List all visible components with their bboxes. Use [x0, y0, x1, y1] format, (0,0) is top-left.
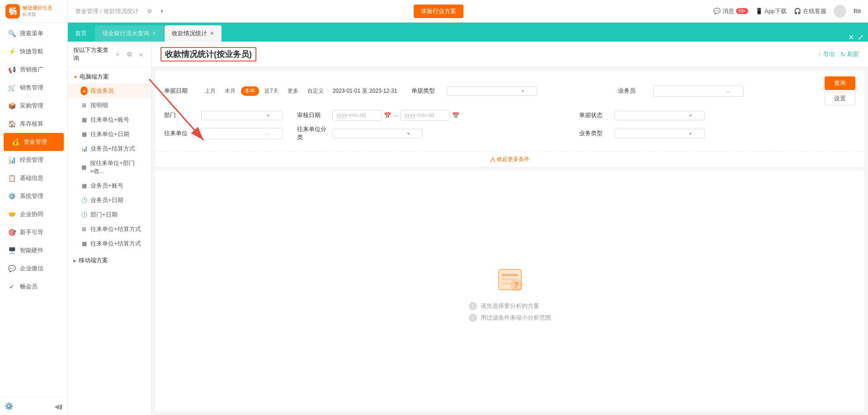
sidebar-item-purchase[interactable]: 📦 采购管理: [0, 97, 67, 115]
tree-item-partner-settle1[interactable]: ⊞ 往来单位+结算方式: [68, 222, 151, 236]
sidebar-item-enterprise[interactable]: 🤝 企业协同: [0, 205, 67, 223]
dept-select[interactable]: ▾: [201, 111, 283, 120]
sidebar-item-label: 库存核算: [20, 120, 43, 128]
review-date-to-input[interactable]: yyyy-mm-dd: [401, 110, 450, 121]
biz-type-select[interactable]: ▾: [614, 129, 705, 138]
tab-close-all-icon[interactable]: ✕: [848, 33, 854, 42]
svg-rect-1: [502, 274, 518, 276]
empty-state: ? 1 请先选择要分析的方案 2 用过滤条件来缩小分析范围: [469, 260, 551, 322]
guide-icon: 🎯: [7, 228, 16, 237]
empty-state-icon: ?: [492, 260, 528, 297]
partner-select[interactable]: ···: [201, 128, 283, 139]
tree-item-salesperson-settle[interactable]: 📊 业务员+结算方式: [68, 141, 151, 156]
sidebar-item-inventory[interactable]: 🏠 库存核算: [0, 115, 67, 133]
doc-type-select[interactable]: ▾: [447, 86, 537, 96]
dept-collect-icon: ▦: [80, 164, 87, 171]
partner-settle1-icon: ⊞: [80, 226, 88, 233]
mobile-section[interactable]: ▶ 移动端方案: [68, 254, 151, 267]
tree-item-salesperson-account[interactable]: ▦ 业务员+账号: [68, 179, 151, 193]
date-shortcut-this-year[interactable]: 本年: [241, 86, 259, 96]
cal-to-icon[interactable]: 📅: [452, 112, 459, 119]
tree-item-salesperson-date[interactable]: 🕐 业务员+日期: [68, 193, 151, 208]
tree-item-partner-dept-collect[interactable]: ▦ 按往来单位+部门+收...: [68, 156, 151, 179]
trial-button[interactable]: 体验行业方案: [414, 5, 463, 18]
partner-category-select[interactable]: ▾: [332, 129, 423, 138]
left-panel: 按以下方案查询 + ⚙ « ▼ 电脑端方案 ● 按业务员: [68, 42, 151, 415]
tab-collection-stats-label: 收款情况统计: [172, 29, 207, 38]
review-date-label: 审核日期: [297, 111, 329, 119]
salesperson-select[interactable]: ···: [653, 85, 744, 97]
sidebar-item-system[interactable]: ⚙️ 系统管理: [0, 187, 67, 205]
tab-bank-flow-close-icon[interactable]: ✕: [152, 30, 156, 37]
sidebar-collapse-icon[interactable]: ◀▮: [54, 403, 63, 410]
sidebar-item-capital[interactable]: 💰 资金管理: [4, 133, 64, 151]
sidebar-settings-icon[interactable]: ⚙️: [5, 402, 14, 410]
header-dropdown-icon[interactable]: ▾: [160, 8, 164, 14]
sidebar-item-label: 资金管理: [24, 138, 47, 146]
date-shortcut-last-month[interactable]: 上月: [201, 86, 219, 96]
tree-item-partner-account[interactable]: ▦ 往来单位+账号: [68, 113, 151, 127]
set-button[interactable]: 设置: [825, 92, 855, 105]
date-shortcut-more[interactable]: 更多: [284, 86, 302, 96]
sidebar-item-member[interactable]: ✓ 畅会员: [0, 278, 67, 296]
collapse-bar[interactable]: ⋀ 收起更多条件: [155, 151, 864, 167]
sidebar: 畅 畅捷通好生意 标准版 🔍 搜索菜单 ⚡ 快捷导航 📢 营销推广 🛒 销售管理…: [0, 0, 68, 415]
tree-item-by-detail[interactable]: ⊞ 按明细: [68, 98, 151, 113]
online-service-action[interactable]: 🎧 在线客服: [794, 7, 826, 15]
date-separator: —: [393, 112, 399, 119]
salesperson-date-icon: 🕐: [80, 197, 88, 204]
doc-type-label: 单据类型: [411, 87, 443, 95]
sidebar-item-basic-info[interactable]: 📋 基础信息: [0, 169, 67, 187]
header-settings-icon[interactable]: ⚙: [143, 5, 156, 18]
empty-tip-2: 2 用过滤条件来缩小分析范围: [469, 314, 551, 322]
date-shortcut-7days[interactable]: 近7天: [261, 86, 282, 96]
sidebar-item-wechat[interactable]: 💬 企业微信: [0, 259, 67, 278]
sidebar-item-guide[interactable]: 🎯 新手引导: [0, 223, 67, 241]
message-action[interactable]: 💬 消息 99+: [713, 7, 748, 15]
tree-item-dept-date[interactable]: 🕐 部门+日期: [68, 208, 151, 222]
tab-collection-stats-close-icon[interactable]: ✕: [210, 30, 214, 37]
date-shortcut-custom[interactable]: 自定义: [304, 86, 327, 96]
date-shortcut-this-month[interactable]: 本月: [221, 86, 239, 96]
tree-item-partner-settle2[interactable]: ▦ 往来单位+结算方式: [68, 236, 151, 251]
partner-more-icon[interactable]: ···: [264, 130, 269, 137]
tree-item-by-salesperson[interactable]: ● 按业务员: [68, 84, 151, 98]
review-date-from-input[interactable]: yyyy-mm-dd: [332, 110, 382, 121]
dept-label: 部门: [164, 111, 196, 119]
salesperson-more-icon[interactable]: ···: [726, 88, 731, 94]
dept-arrow-icon: ▾: [267, 113, 269, 118]
sidebar-item-quick-nav[interactable]: ⚡ 快捷导航: [0, 42, 67, 61]
tab-expand-icon[interactable]: ⤢: [858, 33, 863, 42]
biz-type-arrow-icon: ▾: [689, 131, 692, 136]
export-button[interactable]: ↑ 导出: [819, 50, 835, 58]
sidebar-item-marketing[interactable]: 📢 营销推广: [0, 61, 67, 79]
svg-text:?: ?: [514, 281, 518, 289]
sidebar-item-operation[interactable]: 📊 经营管理: [0, 151, 67, 169]
tree-item-partner-date[interactable]: ▦ 往来单位+日期: [68, 127, 151, 141]
tab-bank-flow[interactable]: 现金银行流水查询 ✕: [95, 25, 164, 42]
review-date-to-placeholder: yyyy-mm-dd: [405, 112, 434, 118]
tree-expand-icon: ▼: [73, 75, 78, 80]
refresh-button[interactable]: ↻ 刷新: [840, 50, 859, 58]
sidebar-item-search-menu[interactable]: 🔍 搜索菜单: [0, 24, 67, 42]
sidebar-item-smart-hw[interactable]: 🖥️ 智能硬件: [0, 241, 67, 259]
biz-type-label: 业务类型: [579, 129, 611, 137]
mobile-section-label: 移动端方案: [79, 256, 108, 264]
breadcrumb: 资金管理 / 收款情况统计: [75, 7, 139, 15]
add-scheme-button[interactable]: +: [113, 50, 122, 59]
scheme-settings-icon[interactable]: ⚙: [125, 50, 134, 59]
desktop-section-header[interactable]: ▼ 电脑端方案: [68, 70, 151, 84]
tab-collection-stats[interactable]: 收款情况统计 ✕: [165, 25, 222, 42]
doc-status-select[interactable]: ▾: [614, 111, 705, 120]
sidebar-item-label: 采购管理: [20, 102, 43, 110]
app-download-action[interactable]: 📱 App下载: [755, 7, 787, 15]
query-button[interactable]: 查询: [825, 76, 855, 90]
left-panel-header: 按以下方案查询 + ⚙ «: [68, 42, 151, 67]
sidebar-item-sales[interactable]: 🛒 销售管理: [0, 79, 67, 97]
user-avatar[interactable]: [834, 5, 846, 18]
refresh-label: 刷新: [847, 50, 859, 58]
tab-home[interactable]: 首页: [68, 25, 94, 42]
sidebar-item-label: 畅会员: [20, 283, 38, 291]
cal-from-icon[interactable]: 📅: [384, 112, 391, 119]
panel-collapse-icon[interactable]: «: [137, 50, 146, 59]
